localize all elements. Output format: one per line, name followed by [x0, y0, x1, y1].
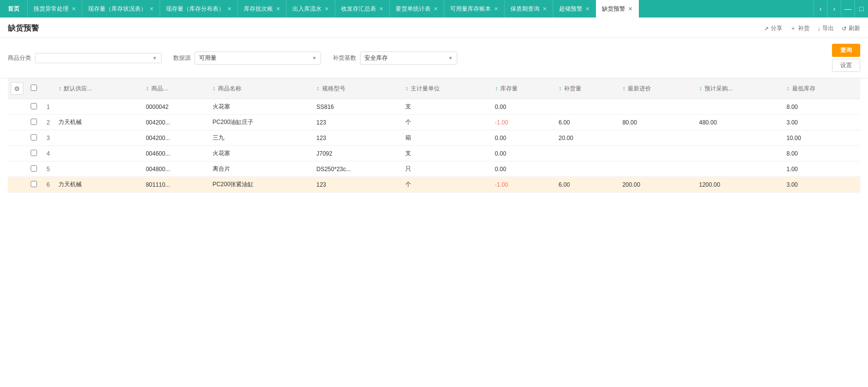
row-latest-price: 80.00 [619, 115, 696, 130]
tab-label: 超储预警 [559, 5, 582, 13]
tab-stock-dist[interactable]: 现存量（库存分布表） ✕ [160, 0, 238, 18]
row-latest-price: 200.00 [619, 177, 696, 193]
row-min-stock: 3.00 [783, 115, 860, 130]
tab-bar: 首页 拣货异常处理 ✕ 现存量（库存状况表） ✕ 现存量（库存分布表） ✕ 库存… [0, 0, 868, 18]
row-checkbox-cell [26, 130, 41, 146]
data-table: ⚙ ↕ 默认供应... ↕ 商品... ↕ [8, 78, 860, 193]
row-checkbox-cell [26, 161, 41, 177]
close-icon[interactable]: ✕ [325, 6, 329, 12]
query-button[interactable]: 查询 [832, 44, 860, 57]
close-icon[interactable]: ✕ [628, 6, 633, 12]
table-row: 3 004200... 三九 123 箱 0.00 20.00 10.00 [8, 130, 860, 146]
tab-in-out-flow[interactable]: 出入库流水 ✕ [287, 0, 335, 18]
category-filter-group: 商品分类 ▼ [8, 53, 162, 63]
tab-defect-handling[interactable]: 拣货异常处理 ✕ [28, 0, 82, 18]
close-icon[interactable]: ✕ [494, 6, 498, 12]
row-checkbox[interactable] [31, 119, 37, 125]
share-button[interactable]: ↗ 分享 [764, 24, 782, 33]
close-icon[interactable]: ✕ [72, 6, 76, 12]
row-spec: DS250*23c... [313, 161, 402, 177]
close-icon[interactable]: ✕ [379, 6, 383, 12]
tab-label: 现存量（库存状况表） [88, 5, 146, 13]
close-icon[interactable]: ✕ [542, 6, 547, 12]
row-num: 4 [41, 146, 55, 161]
tab-nav-buttons: ‹ › — □ [814, 0, 868, 18]
refresh-icon: ↺ [842, 25, 847, 32]
th-product-name: ↕ 商品名称 [210, 78, 314, 99]
row-default-supplier: 力天机械 [55, 177, 143, 193]
tab-label: 可用量库存账本 [450, 5, 491, 13]
header-actions: ↗ 分享 ＋ 补货 ↓ 导出 ↺ 刷新 [764, 24, 860, 33]
row-spec: 123 [313, 177, 402, 193]
row-checkbox[interactable] [31, 165, 37, 172]
row-checkbox[interactable] [31, 150, 37, 156]
refresh-button[interactable]: ↺ 刷新 [842, 24, 860, 33]
tab-order-stats[interactable]: 要货单统计表 ✕ [390, 0, 444, 18]
row-unit: 支 [402, 99, 492, 115]
row-stock-qty: 0.00 [492, 161, 556, 177]
select-all-checkbox[interactable] [31, 85, 37, 91]
row-product-code: 004200... [143, 115, 210, 130]
datasource-select[interactable]: 可用量 ▼ [195, 52, 321, 65]
sort-icon: ↕ [699, 85, 702, 92]
replenish-base-select[interactable]: 安全库存 ▼ [360, 52, 457, 65]
tab-available-ledger[interactable]: 可用量库存账本 ✕ [444, 0, 505, 18]
replenish-base-filter-group: 补货基数 安全库存 ▼ [333, 52, 457, 65]
row-default-supplier [55, 146, 143, 161]
row-num: 1 [41, 99, 55, 115]
row-product-name: 三九 [210, 130, 314, 146]
close-icon[interactable]: ✕ [434, 6, 438, 12]
tab-label: 保质期查询 [510, 5, 540, 13]
tab-expiry-query[interactable]: 保质期查询 ✕ [505, 0, 553, 18]
th-spec: ↕ 规格型号 [313, 78, 402, 99]
category-select[interactable]: ▼ [35, 53, 162, 63]
category-label: 商品分类 [8, 54, 31, 62]
tab-prev-button[interactable]: ‹ [814, 0, 827, 18]
close-icon[interactable]: ✕ [227, 6, 232, 12]
tab-recv-summary[interactable]: 收发存汇总表 ✕ [335, 0, 390, 18]
minimize-button[interactable]: — [841, 0, 854, 18]
tab-batch-account[interactable]: 库存批次账 ✕ [238, 0, 287, 18]
export-button[interactable]: ↓ 导出 [817, 24, 834, 33]
row-num: 2 [41, 115, 55, 130]
tab-stock-status[interactable]: 现存量（库存状况表） ✕ [82, 0, 160, 18]
row-settings-cell [8, 99, 26, 115]
th-latest-price: ↕ 最新进价 [619, 78, 696, 99]
replenish-icon: ＋ [790, 24, 796, 33]
tab-label: 库存批次账 [244, 5, 273, 13]
row-default-supplier [55, 161, 143, 177]
row-checkbox[interactable] [31, 103, 37, 109]
tab-label: 要货单统计表 [396, 5, 431, 13]
tab-overstock[interactable]: 超储预警 ✕ [553, 0, 596, 18]
row-product-name: 离合片 [210, 161, 314, 177]
tab-next-button[interactable]: › [827, 0, 841, 18]
th-settings: ⚙ [8, 78, 26, 99]
column-settings-button[interactable]: ⚙ [11, 82, 23, 95]
table-row: 5 004800... 离合片 DS250*23c... 只 0.00 1.00 [8, 161, 860, 177]
datasource-filter-group: 数据源 可用量 ▼ [173, 52, 321, 65]
close-icon[interactable]: ✕ [585, 6, 590, 12]
share-icon: ↗ [764, 25, 769, 32]
sort-icon: ↕ [58, 85, 61, 92]
settings-button[interactable]: 设置 [832, 59, 860, 72]
row-stock-qty: 0.00 [492, 146, 556, 161]
close-icon[interactable]: ✕ [276, 6, 280, 12]
replenish-button[interactable]: ＋ 补货 [790, 24, 810, 33]
filter-actions: 查询 设置 [832, 44, 860, 72]
filter-bar: 商品分类 ▼ 数据源 可用量 ▼ 补货基数 安全库存 ▼ 查询 设置 [0, 38, 868, 78]
row-num: 6 [41, 177, 55, 193]
row-min-stock: 1.00 [783, 161, 860, 177]
row-spec: 123 [313, 115, 402, 130]
close-icon[interactable]: ✕ [149, 6, 154, 12]
tab-shortage[interactable]: 缺货预警 ✕ [596, 0, 639, 18]
row-latest-price [619, 161, 696, 177]
row-settings-cell [8, 161, 26, 177]
row-checkbox-cell [26, 99, 41, 115]
row-checkbox[interactable] [31, 134, 37, 141]
row-product-name: 火花塞 [210, 99, 314, 115]
row-replenish-qty [556, 99, 619, 115]
tab-home[interactable]: 首页 [0, 0, 28, 18]
sort-icon: ↕ [316, 85, 319, 92]
maximize-button[interactable]: □ [854, 0, 868, 18]
row-checkbox[interactable] [31, 181, 37, 187]
